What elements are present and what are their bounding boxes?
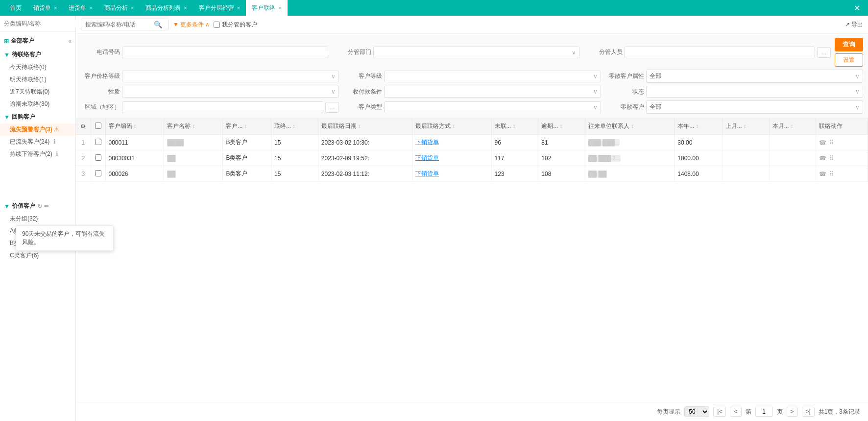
nav-item-sales[interactable]: 销货单 × bbox=[27, 0, 63, 16]
sidebar-item-declining[interactable]: 持续下滑客户(2) ℹ bbox=[0, 148, 75, 160]
row-this-year: 1408.00 bbox=[675, 166, 723, 182]
nav-item-home[interactable]: 首页 bbox=[4, 0, 27, 16]
region-input[interactable] bbox=[122, 101, 323, 113]
my-customers-checkbox-group: 我分管的客户 bbox=[214, 21, 257, 29]
sidebar-group-repurchase[interactable]: ▼ 回购客户 bbox=[0, 110, 75, 124]
row-last-date: 2023-03-02 10:30: bbox=[318, 135, 412, 150]
per-page-select[interactable]: 50 100 200 bbox=[684, 406, 709, 417]
row-code: 000026 bbox=[105, 166, 164, 182]
dept-select[interactable]: ∨ bbox=[373, 47, 579, 58]
sidebar-item-churned[interactable]: 已流失客户(24) ℹ bbox=[0, 136, 75, 148]
zero-attr-select[interactable]: 全部 ∨ bbox=[646, 70, 863, 83]
col-this-month[interactable]: 本月... bbox=[769, 118, 816, 135]
more-conditions-btn[interactable]: ▼ 更多条件 ∧ bbox=[173, 21, 210, 29]
col-code[interactable]: 客户编码 bbox=[105, 118, 164, 135]
filter-customer-type: 客户类型 ∨ bbox=[343, 101, 601, 113]
sidebar-search-input[interactable] bbox=[4, 20, 77, 27]
nav-item-customer-contact[interactable]: 客户联络 × bbox=[246, 0, 287, 16]
col-unlisted[interactable]: 未联... bbox=[491, 118, 538, 135]
row-checkbox[interactable] bbox=[95, 170, 101, 176]
last-page-btn[interactable]: >| bbox=[802, 407, 815, 417]
sidebar-item-7days[interactable]: 近7天待联络(0) bbox=[0, 86, 75, 98]
sidebar-item-today[interactable]: 今天待联络(0) bbox=[0, 61, 75, 74]
col-name[interactable]: 客户名称 bbox=[164, 118, 223, 135]
search-submit-icon[interactable]: 🔍 bbox=[154, 21, 162, 28]
row-checkbox-cell bbox=[91, 135, 105, 150]
col-overdue[interactable]: 逾期... bbox=[538, 118, 585, 135]
nav-item-purchase[interactable]: 进货单 × bbox=[63, 0, 98, 16]
dots-button[interactable]: ... bbox=[325, 102, 339, 113]
window-close-icon[interactable]: ✕ bbox=[850, 3, 864, 13]
customer-type-select[interactable]: ∨ bbox=[384, 101, 601, 113]
sidebar-content: ⊞ 全部客户 « ▼ 待联络客户 今天待联络(0) 明天待联络(1) 近7天待联… bbox=[0, 32, 75, 421]
my-customers-checkbox[interactable] bbox=[214, 22, 220, 28]
col-action: 联络动作 bbox=[816, 118, 868, 135]
sidebar-item-ungrouped[interactable]: 未分组(32) bbox=[0, 213, 75, 225]
more-action-icon[interactable]: ⠿ bbox=[829, 139, 834, 146]
status-select[interactable]: ∨ bbox=[646, 86, 863, 98]
row-checkbox[interactable] bbox=[95, 154, 101, 161]
edit-icon[interactable]: ✏ bbox=[44, 203, 49, 210]
payment-select[interactable]: ∨ bbox=[384, 86, 601, 98]
col-settings[interactable]: ⚙ bbox=[76, 118, 91, 135]
filter-zero-customer: 零散客户 全部 ∨ bbox=[605, 100, 863, 114]
gear-icon[interactable]: ⚙ bbox=[80, 123, 86, 130]
settings-button[interactable]: 设置 bbox=[835, 53, 863, 67]
more-action-icon[interactable]: ⠿ bbox=[829, 171, 834, 177]
sidebar-item-overdue[interactable]: 逾期未联络(30) bbox=[0, 98, 75, 110]
zero-customer-select[interactable]: 全部 ∨ bbox=[646, 100, 863, 114]
row-this-year: 1000.00 bbox=[675, 150, 723, 166]
filter-dept: 分管部门 ∨ bbox=[332, 47, 579, 58]
refresh-icon[interactable]: ↻ bbox=[37, 203, 42, 210]
select-all-checkbox[interactable] bbox=[95, 123, 101, 129]
col-last-date[interactable]: 最后联络日期 bbox=[318, 118, 412, 135]
more-action-icon[interactable]: ⠿ bbox=[829, 155, 834, 162]
page-number-input[interactable] bbox=[755, 407, 773, 417]
nature-select[interactable]: ∨ bbox=[122, 86, 339, 98]
export-button[interactable]: ↗ 导出 bbox=[845, 21, 863, 29]
collapse-icon: « bbox=[68, 38, 72, 45]
phone-action-icon[interactable]: ☎ bbox=[819, 139, 826, 146]
nav-item-analysis-list[interactable]: 商品分析列表 × bbox=[140, 0, 193, 16]
row-last-method: 下销货单 bbox=[412, 166, 491, 182]
chevron-down-icon: ∨ bbox=[593, 104, 598, 111]
col-last-method[interactable]: 最后联络方式 bbox=[412, 118, 491, 135]
first-page-btn[interactable]: |< bbox=[713, 407, 726, 417]
row-type: B类客户 bbox=[223, 135, 271, 150]
col-last-month[interactable]: 上月... bbox=[722, 118, 769, 135]
nav-item-customer-mgmt[interactable]: 客户分层经营 × bbox=[193, 0, 246, 16]
close-icon[interactable]: × bbox=[184, 5, 187, 11]
row-last-month bbox=[722, 135, 769, 150]
phone-action-icon[interactable]: ☎ bbox=[819, 171, 826, 177]
sidebar-item-churn-warning[interactable]: 流失预警客户(3) ⚠ bbox=[0, 124, 75, 136]
close-icon[interactable]: × bbox=[131, 5, 134, 11]
close-icon[interactable]: × bbox=[278, 5, 281, 11]
close-icon[interactable]: × bbox=[54, 5, 57, 11]
sidebar-all-customers[interactable]: ⊞ 全部客户 « bbox=[0, 34, 75, 48]
sidebar-group-value[interactable]: ▼ 价值客户 ↻ ✏ bbox=[0, 199, 75, 213]
price-level-select[interactable]: ∨ bbox=[122, 71, 339, 82]
manager-input[interactable] bbox=[625, 47, 815, 58]
nav-item-analysis[interactable]: 商品分析 × bbox=[98, 0, 140, 16]
phone-action-icon[interactable]: ☎ bbox=[819, 155, 826, 162]
col-this-year[interactable]: 本年... bbox=[675, 118, 723, 135]
level-select[interactable]: ∨ bbox=[384, 71, 601, 82]
col-type[interactable]: 客户... bbox=[223, 118, 271, 135]
query-button[interactable]: 查询 bbox=[835, 38, 863, 51]
dots-button[interactable]: ... bbox=[817, 47, 831, 58]
sidebar-group-pending[interactable]: ▼ 待联络客户 bbox=[0, 48, 75, 61]
row-unlisted: 96 bbox=[491, 135, 538, 150]
row-checkbox[interactable] bbox=[95, 139, 101, 145]
close-icon[interactable]: × bbox=[237, 5, 240, 11]
prev-page-btn[interactable]: < bbox=[730, 407, 741, 417]
sidebar-item-tomorrow[interactable]: 明天待联络(1) bbox=[0, 74, 75, 86]
col-contact-count[interactable]: 联络... bbox=[271, 118, 318, 135]
close-icon[interactable]: × bbox=[89, 5, 92, 11]
row-action: ☎ ⠿ bbox=[816, 135, 868, 150]
search-input[interactable] bbox=[85, 21, 154, 28]
sidebar-item-class-c[interactable]: C类客户(6) bbox=[0, 249, 75, 262]
col-contact-person[interactable]: 往来单位联系人 bbox=[585, 118, 675, 135]
filter-bar: 🔍 ▼ 更多条件 ∧ 我分管的客户 ↗ 导出 bbox=[76, 16, 868, 34]
phone-input[interactable] bbox=[122, 47, 328, 58]
next-page-btn[interactable]: > bbox=[787, 407, 798, 417]
